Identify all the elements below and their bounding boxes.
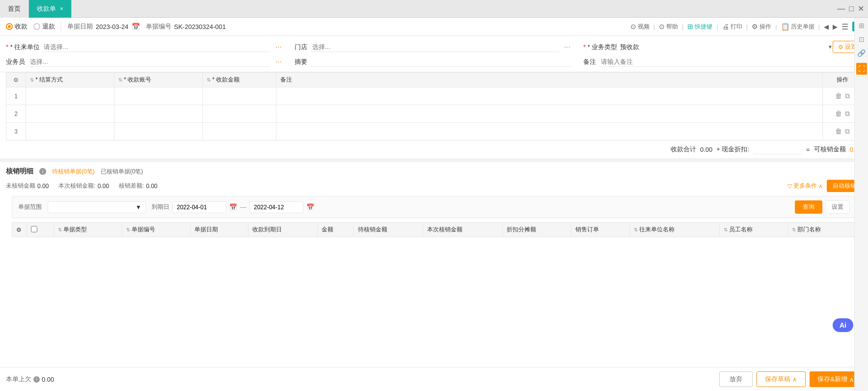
sort-icon-account[interactable]: ⇅ bbox=[118, 77, 122, 83]
col-action-label: 操作 bbox=[837, 76, 848, 83]
business-type-arrow: ▼ bbox=[828, 44, 833, 50]
summary-input[interactable] bbox=[310, 57, 571, 67]
row2-amount-input[interactable] bbox=[207, 110, 272, 117]
row1-copy-icon[interactable]: ⧉ bbox=[845, 92, 850, 100]
tab-home[interactable]: 首页 bbox=[0, 0, 29, 18]
note-label: 备注 bbox=[583, 57, 596, 66]
row2-remark[interactable] bbox=[276, 105, 823, 123]
row3-amount[interactable] bbox=[203, 123, 276, 140]
note-input[interactable] bbox=[599, 57, 860, 67]
print-btn[interactable]: 🖨 打印 bbox=[722, 23, 742, 31]
radio-refund[interactable]: 退款 bbox=[33, 22, 55, 31]
tab-bar-right: — □ ✕ bbox=[837, 4, 868, 13]
range-select-arrow: ▼ bbox=[136, 204, 141, 211]
row2-delete-icon[interactable]: 🗑 bbox=[835, 110, 842, 118]
query-button[interactable]: 查询 bbox=[795, 200, 822, 214]
filter-settings-button[interactable]: 设置 bbox=[825, 200, 850, 214]
row2-amount[interactable] bbox=[203, 105, 276, 123]
date-end-input[interactable] bbox=[249, 201, 303, 213]
tab-close-icon[interactable]: × bbox=[60, 5, 63, 12]
row2-settle-input[interactable] bbox=[30, 110, 110, 117]
store-input[interactable] bbox=[310, 42, 559, 52]
row2-account[interactable] bbox=[114, 105, 203, 123]
nav-prev-icon[interactable]: ◀ bbox=[824, 23, 829, 30]
row1-remark[interactable] bbox=[276, 87, 823, 105]
staff-more-icon[interactable]: ··· bbox=[272, 57, 285, 66]
calendar-icon[interactable]: 📅 bbox=[132, 23, 140, 30]
sort-icon-settle[interactable]: ⇅ bbox=[30, 77, 34, 83]
sort-icon-staff[interactable]: ⇅ bbox=[724, 227, 728, 232]
row2-remark-input[interactable] bbox=[280, 110, 818, 117]
tab-active[interactable]: 收款单 × bbox=[29, 0, 72, 18]
video-btn[interactable]: ⊙ 视频 bbox=[630, 23, 650, 31]
draft-arrow-icon: ∧ bbox=[792, 376, 797, 383]
radio-receive[interactable]: 收款 bbox=[6, 22, 27, 31]
row3-amount-input[interactable] bbox=[207, 128, 272, 135]
discard-button[interactable]: 放弃 bbox=[719, 371, 753, 387]
sort-icon-type[interactable]: ⇅ bbox=[58, 227, 62, 232]
draft-label: 保存草稿 bbox=[765, 375, 790, 384]
done-tab[interactable]: 已核销单据(0笔) bbox=[101, 168, 143, 176]
table-container: ⚙ ⇅ * 结算方式 ⇅ * 收款账号 ⇅ * 收款金额 bbox=[0, 72, 868, 140]
date-end-icon[interactable]: 📅 bbox=[306, 203, 314, 211]
ai-badge[interactable]: Ai bbox=[833, 318, 853, 332]
maximize-button[interactable]: □ bbox=[849, 4, 854, 13]
operation-btn[interactable]: ⚙ 操作 bbox=[752, 23, 771, 31]
sidebar-expand-icon[interactable]: ⛶ bbox=[856, 63, 867, 75]
th-amount: ⇅ * 收款金额 bbox=[203, 73, 276, 87]
counterparty-input[interactable] bbox=[42, 42, 270, 52]
sidebar-link-icon[interactable]: 🔗 bbox=[857, 49, 866, 57]
help-btn[interactable]: ⊙ 帮助 bbox=[659, 23, 678, 31]
date-start-input[interactable] bbox=[172, 201, 226, 213]
footer-value: 0.00 bbox=[42, 376, 54, 383]
draft-button[interactable]: 保存草稿 ∧ bbox=[757, 371, 806, 387]
table-row: 3 🗑 ⧉ bbox=[6, 123, 862, 140]
sort-icon-number[interactable]: ⇅ bbox=[126, 227, 130, 232]
row1-amount-input[interactable] bbox=[207, 92, 272, 100]
business-type-select[interactable]: 预收款 ▼ bbox=[620, 43, 833, 52]
sort-icon-amount[interactable]: ⇅ bbox=[207, 77, 211, 83]
select-all-checkbox[interactable] bbox=[31, 226, 37, 232]
footer-info-icon[interactable]: i bbox=[33, 376, 40, 383]
sort-icon-counterparty[interactable]: ⇅ bbox=[634, 227, 638, 232]
row1-account[interactable] bbox=[114, 87, 203, 105]
list-view-icon[interactable]: ☰ bbox=[841, 22, 848, 31]
row1-settle-input[interactable] bbox=[30, 92, 110, 100]
store-more-icon[interactable]: ··· bbox=[561, 43, 573, 52]
nav-next-icon[interactable]: ▶ bbox=[833, 23, 838, 30]
range-select[interactable]: ▼ bbox=[48, 201, 146, 213]
row1-amount[interactable] bbox=[203, 87, 276, 105]
row2-copy-icon[interactable]: ⧉ bbox=[845, 110, 850, 118]
history-btn[interactable]: 📋 历史单据 bbox=[781, 23, 814, 31]
staff-input[interactable] bbox=[28, 57, 271, 67]
row1-remark-input[interactable] bbox=[280, 92, 818, 100]
nuclear-info-icon[interactable]: i bbox=[39, 168, 46, 175]
row2-account-input[interactable] bbox=[118, 110, 198, 117]
counterparty-more-icon[interactable]: ··· bbox=[272, 43, 285, 52]
row3-account-input[interactable] bbox=[118, 128, 198, 135]
pending-tab[interactable]: 待核销单据(0笔) bbox=[52, 168, 95, 176]
sidebar-doc-icon[interactable]: ⊡ bbox=[859, 35, 865, 43]
shortcut-btn[interactable]: ⊞ 快捷键 bbox=[687, 23, 712, 31]
row3-copy-icon[interactable]: ⧉ bbox=[845, 127, 850, 136]
minimize-button[interactable]: — bbox=[837, 4, 845, 13]
row3-account[interactable] bbox=[114, 123, 203, 140]
row3-settle-input[interactable] bbox=[30, 128, 110, 135]
more-conditions-btn[interactable]: ▽ 更多条件 ∧ bbox=[787, 182, 823, 190]
row3-remark-input[interactable] bbox=[280, 128, 818, 135]
row3-remark[interactable] bbox=[276, 123, 823, 140]
gear-icon-bottom[interactable]: ⚙ bbox=[16, 226, 22, 233]
close-button[interactable]: ✕ bbox=[858, 4, 864, 13]
bottom-table: ⚙ ⇅ 单据类型 ⇅ 单据编号 bbox=[12, 222, 856, 237]
row3-settle[interactable] bbox=[26, 123, 114, 140]
row1-account-input[interactable] bbox=[118, 92, 198, 100]
row1-delete-icon[interactable]: 🗑 bbox=[835, 92, 842, 100]
sidebar-table-icon[interactable]: ⊞ bbox=[859, 22, 865, 29]
row1-settle[interactable] bbox=[26, 87, 114, 105]
row3-delete-icon[interactable]: 🗑 bbox=[835, 127, 842, 136]
date-start-icon[interactable]: 📅 bbox=[229, 203, 237, 211]
th-gear[interactable]: ⚙ bbox=[6, 73, 26, 87]
row2-settle[interactable] bbox=[26, 105, 114, 123]
discount-input[interactable] bbox=[753, 144, 802, 154]
sort-icon-dept[interactable]: ⇅ bbox=[792, 227, 796, 232]
